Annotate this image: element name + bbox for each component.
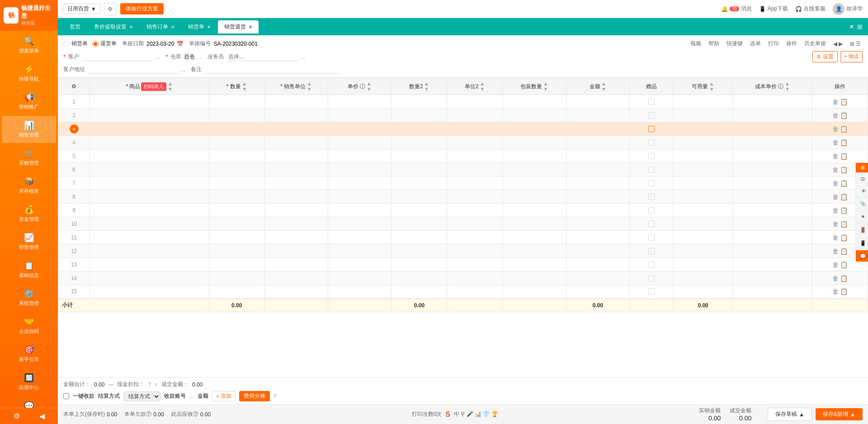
unit2-cell-3[interactable]: [447, 122, 503, 136]
unit-price-cell-3[interactable]: [328, 122, 391, 136]
quantity2-cell-8[interactable]: [392, 190, 447, 204]
unit-price-cell-8[interactable]: [328, 190, 391, 204]
settings-button[interactable]: ⚙ 设置: [812, 51, 837, 62]
sales-unit-cell-12[interactable]: [264, 244, 328, 258]
account-select-btn[interactable]: ...: [189, 393, 194, 400]
toolbar-btn-help[interactable]: 帮助: [707, 39, 721, 48]
close-all-tabs-button[interactable]: ✕: [849, 23, 854, 30]
available-cell-14[interactable]: [673, 272, 733, 285]
unit-price-cell-6[interactable]: [328, 163, 391, 176]
product-cell-2[interactable]: [90, 109, 209, 122]
toolbar-btn-select[interactable]: 选单: [748, 39, 763, 48]
available-cell-6[interactable]: [673, 163, 733, 176]
address-input[interactable]: [88, 65, 178, 74]
sidebar-item-sales[interactable]: 📊销售管理: [2, 116, 56, 143]
amount-cell-2[interactable]: [566, 109, 629, 122]
available-cell-12[interactable]: [673, 244, 733, 258]
delete-row-9[interactable]: 🗑: [832, 207, 839, 214]
copy-row-14[interactable]: 📋: [840, 275, 848, 282]
copy-row-3[interactable]: 📋: [840, 125, 848, 133]
unit-price-cell-1[interactable]: [328, 95, 391, 109]
address-select-btn[interactable]: ...: [181, 67, 185, 73]
sales-unit-cell-7[interactable]: [264, 176, 328, 190]
copy-row-10[interactable]: 📋: [840, 220, 848, 228]
available-cell-10[interactable]: [673, 217, 733, 231]
sidebar-item-purchase[interactable]: 🛒采购管理: [2, 144, 56, 171]
pack-qty-cell-14[interactable]: [503, 272, 566, 285]
sales-unit-cell-15[interactable]: [264, 285, 328, 299]
quantity2-cell-5[interactable]: [392, 149, 447, 163]
toolbar-btn-history[interactable]: 历史单据: [802, 39, 828, 48]
sales-unit-cell-13[interactable]: [264, 258, 328, 272]
delete-row-12[interactable]: 🗑: [832, 248, 839, 255]
col-settings[interactable]: ⚙: [58, 78, 90, 95]
cost-unit-cell-8[interactable]: [733, 190, 812, 204]
sales-unit-cell-2[interactable]: [264, 109, 328, 122]
expense-split-button[interactable]: 费用分摊: [239, 391, 270, 401]
gift-checkbox-4[interactable]: [648, 139, 655, 146]
product-cell-9[interactable]: [90, 204, 209, 217]
quantity-cell-13[interactable]: [209, 258, 264, 272]
save-draft-button[interactable]: 保存草稿 ▲: [768, 408, 812, 421]
radio-sales[interactable]: 销货单: [63, 40, 88, 48]
amount-cell-5[interactable]: [566, 149, 629, 163]
header-gear-button[interactable]: ⚙: [104, 3, 117, 15]
unit-price-cell-12[interactable]: [328, 244, 391, 258]
sales-unit-cell-8[interactable]: [264, 190, 328, 204]
remark-input[interactable]: [204, 65, 340, 74]
tab-sales[interactable]: 销货单✕: [182, 20, 217, 33]
warehouse-select-btn[interactable]: ...: [198, 54, 202, 60]
add-payment-button[interactable]: + 添加: [212, 391, 236, 401]
unit2-cell-14[interactable]: [447, 272, 503, 285]
cost-unit-cell-7[interactable]: [733, 176, 812, 190]
sidebar-item-basic[interactable]: 📋基础信息: [2, 256, 56, 283]
product-cell-8[interactable]: [90, 190, 209, 204]
delete-row-8[interactable]: 🗑: [832, 193, 839, 200]
gift-checkbox-9[interactable]: [648, 207, 655, 214]
quantity-cell-5[interactable]: [209, 149, 264, 163]
product-cell-5[interactable]: [90, 149, 209, 163]
product-cell-3[interactable]: [90, 122, 209, 136]
gift-checkbox-15[interactable]: [648, 288, 655, 295]
copy-row-8[interactable]: 📋: [840, 193, 848, 200]
toolbar-btn-print[interactable]: 打印: [766, 39, 781, 48]
unit-price-cell-13[interactable]: [328, 258, 391, 272]
help-icon-discount[interactable]: ?: [148, 381, 151, 388]
toolbar-btn-operation[interactable]: 操作: [784, 39, 799, 48]
pack-qty-cell-4[interactable]: [503, 136, 566, 149]
unit2-cell-13[interactable]: [447, 258, 503, 272]
product-cell-12[interactable]: [90, 244, 209, 258]
amount-cell-15[interactable]: [566, 285, 629, 299]
gift-checkbox-6[interactable]: [648, 167, 655, 173]
pack-qty-cell-13[interactable]: [503, 258, 566, 272]
delete-row-3[interactable]: 🗑: [832, 125, 839, 133]
right-float-grid2[interactable]: ⊟: [855, 174, 868, 184]
cost-unit-cell-2[interactable]: [733, 109, 812, 122]
cost-unit-cell-6[interactable]: [733, 163, 812, 176]
quantity2-cell-4[interactable]: [392, 136, 447, 149]
cost-unit-cell-15[interactable]: [733, 285, 812, 299]
one-key-payment-checkbox[interactable]: [63, 393, 69, 399]
sales-unit-cell-5[interactable]: [264, 149, 328, 163]
unit-price-cell-7[interactable]: [328, 176, 391, 190]
notification-item[interactable]: 🔔 70 消息: [721, 5, 752, 13]
delete-row-2[interactable]: 🗑: [832, 112, 839, 119]
amount-cell-10[interactable]: [566, 217, 629, 231]
unit2-cell-12[interactable]: [447, 244, 503, 258]
unit2-cell-1[interactable]: [447, 95, 503, 109]
cost-unit-cell-13[interactable]: [733, 258, 812, 272]
sidebar-item-operations[interactable]: 📈经营管理: [2, 228, 56, 255]
quantity2-cell-9[interactable]: [392, 204, 447, 217]
help-icon-split[interactable]: ?: [274, 393, 277, 400]
tab-close-return[interactable]: ✕: [249, 24, 252, 29]
gift-checkbox-7[interactable]: [648, 180, 655, 186]
amount-cell-1[interactable]: [566, 95, 629, 109]
sales-unit-cell-10[interactable]: [264, 217, 328, 231]
cost-unit-cell-9[interactable]: [733, 204, 812, 217]
delete-row-11[interactable]: 🗑: [832, 234, 839, 241]
unit2-cell-11[interactable]: [447, 231, 503, 244]
product-cell-13[interactable]: [90, 258, 209, 272]
sales-unit-cell-4[interactable]: [264, 136, 328, 149]
scan-input-btn[interactable]: 扫码录入: [141, 82, 166, 91]
delete-row-6[interactable]: 🗑: [832, 166, 839, 173]
